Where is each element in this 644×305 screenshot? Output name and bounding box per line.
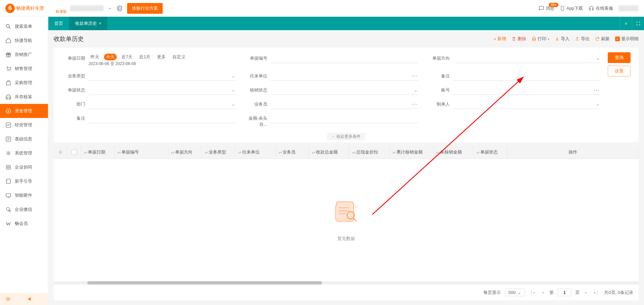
sidebar-item-business[interactable]: 经营管理	[0, 118, 48, 132]
select-all-checkbox[interactable]	[67, 146, 81, 159]
customer-service-link[interactable]: 在线客服	[588, 5, 613, 11]
th-unverified[interactable]: ▴▾未核销金额	[433, 146, 474, 159]
amount-head-input[interactable]	[271, 114, 418, 123]
date-custom[interactable]: 自定义	[170, 54, 187, 60]
sidebar-item-purchase[interactable]: 采购管理	[0, 76, 48, 90]
sidebar-item-member[interactable]: 畅会员	[0, 217, 48, 231]
tab-fullscreen[interactable]	[632, 17, 644, 30]
empty-text: 暂无数据	[337, 236, 355, 242]
experience-button[interactable]: 体验行业方案	[127, 3, 163, 14]
tab-close-all[interactable]: ×	[620, 17, 632, 30]
th-total[interactable]: ▴▾收款总金额	[309, 146, 350, 159]
footer-sound-icon[interactable]	[28, 296, 33, 302]
chevron-down-icon: ▾	[548, 37, 549, 41]
page-size-select[interactable]: 500 ⌄	[505, 289, 525, 296]
tab-receipt-history[interactable]: 收款单历史 ×	[69, 17, 107, 30]
filter-bill-date: 单据日期 昨天 今天 近7天 近1月 更多 自定义 2023-06-06 至 2…	[62, 54, 236, 67]
tab-home[interactable]: 首页	[48, 17, 69, 30]
collab-icon	[5, 164, 11, 170]
page-prev[interactable]: ◂	[540, 290, 545, 295]
account-picker[interactable]: ···	[453, 85, 600, 95]
sidebar-item-search[interactable]: 搜索菜单	[0, 19, 48, 34]
page-input[interactable]	[558, 289, 571, 296]
sort-icon: ▴▾	[84, 151, 87, 153]
h-scrollbar[interactable]	[54, 281, 639, 285]
table: ▴▾单据日期 ▴▾单据编号 ▴▾单据方向 ▴▾业务类型 ▴▾往来单位 ▴▾业务员…	[54, 146, 639, 300]
table-settings-button[interactable]	[54, 146, 67, 159]
sidebar-item-marketing[interactable]: 营销推广	[0, 48, 48, 62]
sidebar-item-baseinfo[interactable]: 基础信息	[0, 132, 48, 146]
footer-gear-icon[interactable]	[5, 296, 11, 302]
chevron-down-icon[interactable]	[108, 6, 112, 11]
th-no[interactable]: ▴▾单据编号	[115, 146, 168, 159]
date-more[interactable]: 更多	[155, 54, 168, 60]
company-selector[interactable]	[70, 5, 116, 11]
chevron-down-icon: ⌄	[231, 73, 235, 78]
salesman-picker[interactable]: ···	[271, 100, 418, 109]
date-1m[interactable]: 近1月	[137, 54, 152, 60]
th-discount[interactable]: ▴▾总现金折扣	[350, 146, 390, 159]
date-today[interactable]: 今天	[104, 54, 117, 60]
page-actions: + 新增 删除 打印 ▾ 导入	[493, 36, 639, 42]
sidebar-item-funds[interactable]: 资金管理	[0, 104, 48, 118]
th-status[interactable]: ▴▾单据状态	[474, 146, 507, 159]
th-salesman[interactable]: ▴▾业务员	[276, 146, 309, 159]
scroll-thumb[interactable]	[87, 281, 322, 285]
sidebar-item-wecom[interactable]: 企业微信	[0, 202, 48, 217]
th-partner[interactable]: ▴▾往来单位	[235, 146, 276, 159]
user-blur[interactable]	[619, 5, 639, 11]
remark2-input[interactable]	[89, 114, 236, 123]
pagination: 每页显示 500 ⌄ ⎮◂ ◂ 第 页 ▸ ▸⎮ 共0页, 0条记录	[54, 285, 639, 300]
svg-point-15	[7, 298, 9, 300]
th-direction[interactable]: ▴▾单据方向	[168, 146, 202, 159]
sidebar-item-system[interactable]: 系统管理	[0, 146, 48, 160]
action-export[interactable]: 导出	[575, 36, 590, 42]
sidebar-item-inventory[interactable]: 库存核算	[0, 90, 48, 104]
query-button[interactable]: 查询	[608, 52, 631, 63]
action-show-detail[interactable]: ✓ 显示明细	[615, 36, 639, 42]
company-blur	[70, 5, 104, 11]
print-icon	[532, 37, 536, 41]
chevron-down-icon: ⌄	[596, 56, 600, 61]
remark-input[interactable]	[453, 71, 600, 81]
date-yesterday[interactable]: 昨天	[89, 54, 101, 60]
search-icon	[5, 23, 11, 29]
th-date[interactable]: ▴▾单据日期	[81, 146, 115, 159]
sidebar-item-guide[interactable]: 新手引导	[0, 174, 48, 188]
collapse-button[interactable]: 收起更多条件	[327, 133, 365, 140]
sidebar-item-collab[interactable]: 企业协同	[0, 160, 48, 174]
verify-status-select[interactable]: ⌄	[271, 85, 418, 95]
sort-icon: ▴▾	[476, 151, 480, 153]
action-delete[interactable]: 删除	[512, 36, 526, 42]
sidebar-item-quicknav[interactable]: 快捷导航	[0, 34, 48, 48]
date-7d[interactable]: 近7天	[119, 54, 135, 60]
message-link[interactable]: 消息 99+	[538, 5, 554, 11]
partner-picker[interactable]: ···	[271, 71, 418, 81]
gear-icon[interactable]	[116, 5, 122, 11]
biz-type-select[interactable]: ⌄	[89, 71, 236, 81]
tab-close-icon[interactable]: ×	[99, 21, 101, 26]
creator-select[interactable]: ⌄	[453, 100, 600, 109]
dept-select[interactable]: ⌄	[89, 100, 236, 109]
th-biztype[interactable]: ▴▾业务类型	[202, 146, 235, 159]
setting-button[interactable]: 设置	[608, 66, 631, 76]
page-first[interactable]: ⎮◂	[529, 290, 536, 295]
th-verified[interactable]: ▴▾累计核销金额	[390, 146, 433, 159]
bill-status-select[interactable]: ⌄	[89, 85, 236, 95]
cart-icon	[5, 66, 11, 72]
sidebar-item-hardware[interactable]: 智能硬件	[0, 188, 48, 202]
app-download-link[interactable]: App下载	[560, 5, 583, 11]
action-add[interactable]: + 新增	[493, 36, 506, 42]
sidebar-label: 基础信息	[15, 136, 32, 142]
sidebar-item-sales[interactable]: 销售管理	[0, 62, 48, 76]
bill-direction-select[interactable]: ⌄	[453, 54, 600, 63]
sort-icon: ▴▾	[392, 151, 396, 153]
page-last[interactable]: ▸⎮	[593, 290, 600, 295]
action-refresh[interactable]: 刷新	[595, 36, 610, 42]
page-header: 收款单历史 + 新增 删除 打印 ▾ 导入	[54, 35, 639, 43]
filter-label: 单据日期	[62, 54, 89, 61]
bill-no-input[interactable]	[271, 54, 418, 63]
action-import[interactable]: 导入	[555, 36, 570, 42]
page-next[interactable]: ▸	[584, 290, 589, 295]
action-print[interactable]: 打印 ▾	[532, 36, 549, 42]
